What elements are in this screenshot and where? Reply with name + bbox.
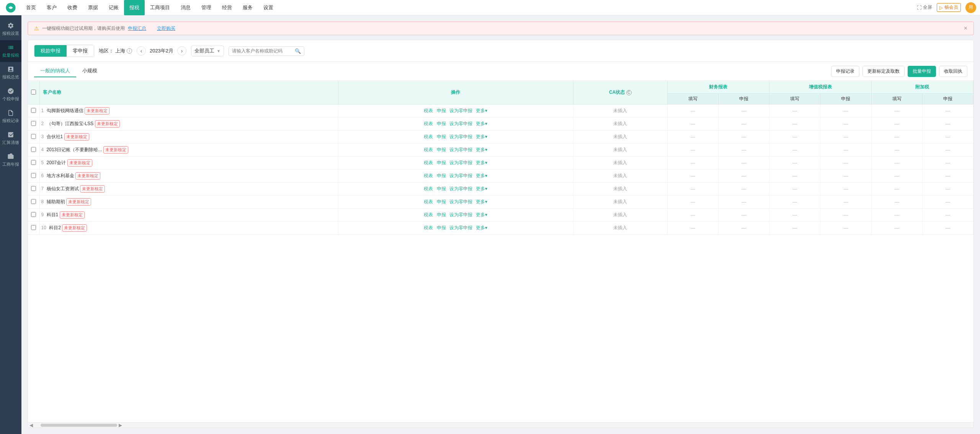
- sidebar-item-personal-tax[interactable]: 个税申报: [0, 84, 21, 106]
- tab-tax-declare[interactable]: 税款申报: [34, 45, 67, 57]
- row-checkbox-3[interactable]: [31, 134, 36, 139]
- next-month-button[interactable]: ›: [177, 46, 186, 55]
- action-tax-form[interactable]: 税表: [424, 186, 433, 191]
- action-more[interactable]: 更多▾: [476, 212, 487, 217]
- action-more[interactable]: 更多▾: [476, 160, 487, 165]
- employee-select[interactable]: 全部员工 ▼: [191, 46, 224, 56]
- horizontal-scrollbar[interactable]: [41, 424, 117, 427]
- nav-business[interactable]: 工商项目: [145, 0, 175, 15]
- nav-settings[interactable]: 设置: [258, 0, 279, 15]
- row-declare-3: —: [922, 144, 973, 157]
- action-tax-form[interactable]: 税表: [424, 121, 433, 126]
- nav-invoice[interactable]: 票据: [83, 0, 103, 15]
- action-zero-declare[interactable]: 设为零申报: [449, 199, 472, 204]
- scroll-right-arrow[interactable]: ▶: [119, 423, 122, 428]
- fullscreen-button[interactable]: ⛶ 全屏: [917, 4, 932, 11]
- action-declare[interactable]: 申报: [437, 160, 446, 165]
- row-checkbox-5[interactable]: [31, 160, 36, 165]
- prev-month-button[interactable]: ‹: [137, 46, 146, 55]
- nav-home[interactable]: 首页: [21, 0, 41, 15]
- row-checkbox-2[interactable]: [31, 121, 36, 126]
- nav-service[interactable]: 服务: [237, 0, 258, 15]
- action-declare[interactable]: 申报: [437, 147, 446, 152]
- sidebar-item-business[interactable]: 工商年报: [0, 149, 21, 171]
- action-tax-form[interactable]: 税表: [424, 160, 433, 165]
- nav-manage[interactable]: 管理: [196, 0, 217, 15]
- nav-message[interactable]: 消息: [175, 0, 196, 15]
- search-icon[interactable]: 🔍: [295, 48, 301, 54]
- select-all-checkbox[interactable]: [31, 90, 36, 95]
- client-name-text: 杨仙女工资测试: [47, 186, 79, 191]
- action-more[interactable]: 更多▾: [476, 134, 487, 139]
- action-declare[interactable]: 申报: [437, 108, 446, 113]
- action-declare[interactable]: 申报: [437, 199, 446, 204]
- action-more[interactable]: 更多▾: [476, 121, 487, 126]
- action-more[interactable]: 更多▾: [476, 199, 487, 204]
- action-more[interactable]: 更多▾: [476, 173, 487, 178]
- row-checkbox-7[interactable]: [31, 186, 36, 191]
- row-checkbox-8[interactable]: [31, 199, 36, 204]
- action-tax-form[interactable]: 税表: [424, 225, 433, 230]
- sidebar-item-calc[interactable]: 汇算清缴: [0, 127, 21, 149]
- scroll-left-arrow[interactable]: ◀: [29, 423, 33, 428]
- action-zero-declare[interactable]: 设为零申报: [449, 121, 472, 126]
- tab-zero-declare[interactable]: 零申报: [67, 45, 94, 57]
- action-zero-declare[interactable]: 设为零申报: [449, 134, 472, 139]
- nav-tax[interactable]: 报税: [124, 0, 145, 15]
- nav-operation[interactable]: 经营: [217, 0, 237, 15]
- action-zero-declare[interactable]: 设为零申报: [449, 160, 472, 165]
- action-tax-form[interactable]: 税表: [424, 199, 433, 204]
- action-more[interactable]: 更多▾: [476, 225, 487, 230]
- action-declare[interactable]: 申报: [437, 186, 446, 191]
- row-checkbox-6[interactable]: [31, 173, 36, 178]
- search-input[interactable]: [232, 48, 293, 54]
- records-button[interactable]: 申报记录: [831, 66, 859, 77]
- action-zero-declare[interactable]: 设为零申报: [449, 173, 472, 178]
- person-icon: [7, 88, 14, 95]
- action-tax-form[interactable]: 税表: [424, 147, 433, 152]
- sidebar-item-tax-settings[interactable]: 报税设置: [0, 18, 21, 40]
- tab-small-scale[interactable]: 小规模: [76, 65, 103, 77]
- action-declare[interactable]: 申报: [437, 225, 446, 230]
- action-declare[interactable]: 申报: [437, 212, 446, 217]
- action-declare[interactable]: 申报: [437, 121, 446, 126]
- update-standards-button[interactable]: 更新标定及取数: [862, 66, 905, 77]
- action-zero-declare[interactable]: 设为零申报: [449, 108, 472, 113]
- action-declare[interactable]: 申报: [437, 173, 446, 178]
- alert-close-button[interactable]: ×: [964, 25, 967, 32]
- action-more[interactable]: 更多▾: [476, 108, 487, 113]
- tab-general-taxpayer[interactable]: 一般的纳税人: [34, 65, 76, 77]
- row-fill-3: —: [871, 157, 922, 170]
- action-tax-form[interactable]: 税表: [424, 108, 433, 113]
- nav-client[interactable]: 客户: [41, 0, 62, 15]
- nav-fee[interactable]: 收费: [62, 0, 83, 15]
- region-info: 地区： 上海 i: [99, 47, 132, 54]
- ca-info-icon[interactable]: C: [626, 90, 632, 95]
- sidebar-item-records[interactable]: 报税记录: [0, 106, 21, 127]
- action-zero-declare[interactable]: 设为零申报: [449, 147, 472, 152]
- info-icon[interactable]: i: [127, 48, 132, 54]
- nav-account[interactable]: 记账: [103, 0, 124, 15]
- action-declare[interactable]: 申报: [437, 134, 446, 139]
- vip-button[interactable]: ▷ 畅会员: [937, 3, 961, 12]
- batch-declare-button[interactable]: 批量申报: [908, 66, 936, 77]
- sidebar-item-overview[interactable]: 报税总览: [0, 62, 21, 84]
- row-fill-2: —: [769, 117, 820, 131]
- row-checkbox-9[interactable]: [31, 212, 36, 217]
- alert-link-buy[interactable]: 立即购买: [157, 25, 175, 32]
- action-zero-declare[interactable]: 设为零申报: [449, 225, 472, 230]
- row-checkbox-1[interactable]: [31, 108, 36, 113]
- row-checkbox-4[interactable]: [31, 147, 36, 152]
- sidebar-item-batch-tax[interactable]: 批量报税: [0, 40, 21, 62]
- avatar[interactable]: 用: [965, 2, 976, 13]
- alert-link-summary[interactable]: 申报汇总: [128, 25, 146, 32]
- row-checkbox-10[interactable]: [31, 225, 36, 230]
- action-tax-form[interactable]: 税表: [424, 173, 433, 178]
- action-tax-form[interactable]: 税表: [424, 212, 433, 217]
- action-more[interactable]: 更多▾: [476, 186, 487, 191]
- action-tax-form[interactable]: 税表: [424, 134, 433, 139]
- action-more[interactable]: 更多▾: [476, 147, 487, 152]
- retrieve-button[interactable]: 收取回执: [939, 66, 967, 77]
- action-zero-declare[interactable]: 设为零申报: [449, 186, 472, 191]
- action-zero-declare[interactable]: 设为零申报: [449, 212, 472, 217]
